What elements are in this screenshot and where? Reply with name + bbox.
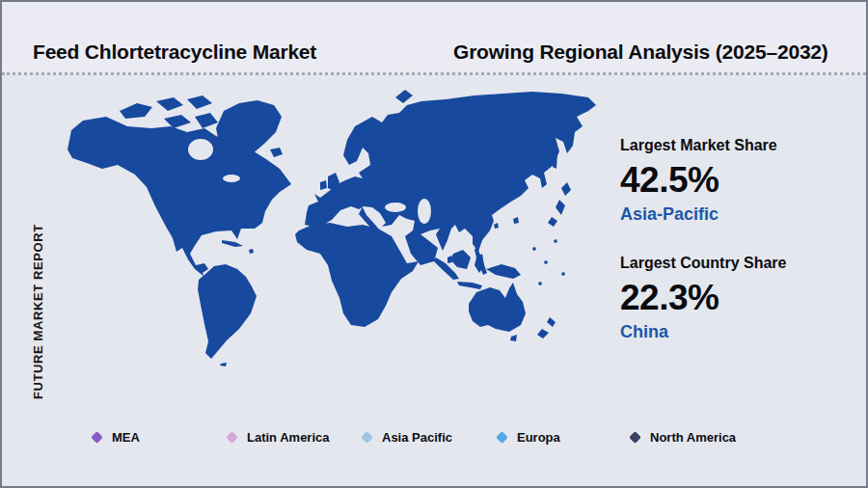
country-share-stat: Largest Country Share 22.3% China [620, 255, 852, 342]
legend-item-mea: MEA [93, 430, 140, 445]
legend-item-europa: Europa [498, 430, 560, 445]
brand-watermark: FUTURE MARKET REPORT [31, 222, 45, 399]
legend-label: MEA [112, 430, 140, 445]
legend-label: Latin America [247, 430, 330, 445]
latin-america-dot-icon [226, 431, 238, 444]
dotted-separator [2, 72, 866, 75]
black-sea [385, 203, 406, 212]
north-america-dot-icon [629, 431, 641, 444]
legend: MEA Latin America Asia Pacific Europa No… [2, 430, 866, 455]
continent-africa [295, 223, 419, 327]
continent-australia [469, 283, 526, 332]
country-share-value: 22.3% [620, 280, 852, 315]
legend-label: North America [650, 430, 736, 445]
continent-south-america [198, 264, 257, 359]
legend-label: Asia Pacific [382, 430, 452, 445]
caspian-sea [418, 199, 431, 224]
mea-dot-icon [91, 431, 103, 444]
world-map-image [60, 84, 605, 402]
europa-dot-icon [496, 431, 508, 444]
market-share-stat: Largest Market Share 42.5% Asia-Pacific [620, 137, 852, 225]
market-share-value: 42.5% [620, 162, 852, 198]
market-share-label: Largest Market Share [620, 137, 852, 154]
analysis-title: Growing Regional Analysis (2025–2032) [453, 41, 828, 64]
hudson-bay [188, 139, 213, 160]
asia-pacific-dot-icon [361, 431, 373, 444]
country-share-region: China [620, 322, 852, 342]
market-share-region: Asia-Pacific [620, 204, 852, 225]
infographic-frame: Feed Chlortetracycline Market Growing Re… [0, 0, 868, 488]
legend-label: Europa [517, 430, 560, 445]
great-lakes [223, 175, 240, 182]
legend-item-asia-pacific: Asia Pacific [363, 430, 452, 445]
page-title: Feed Chlortetracycline Market [33, 41, 316, 64]
legend-item-north-america: North America [631, 430, 736, 445]
legend-item-latin-america: Latin America [228, 430, 330, 445]
country-share-label: Largest Country Share [620, 255, 852, 272]
